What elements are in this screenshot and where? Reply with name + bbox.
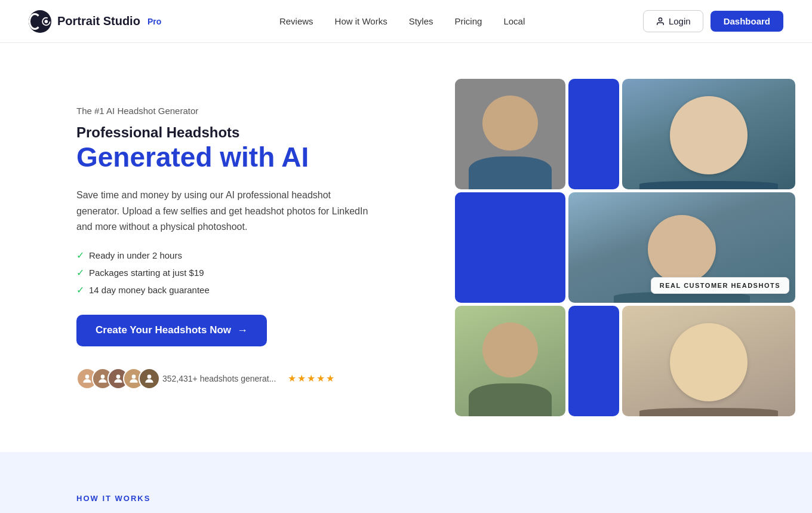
how-it-works-section: HOW IT WORKS Fastest, easiest profession… [0, 452, 812, 513]
hero-checklist: ✓ Ready in under 2 hours ✓ Packages star… [76, 250, 375, 296]
logo-icon [41, 14, 51, 29]
real-customer-badge: REAL CUSTOMER HEADSHOTS [651, 277, 789, 294]
avatar-5 [139, 368, 160, 389]
nav-link-reviews[interactable]: Reviews [279, 16, 313, 26]
svg-point-3 [85, 374, 90, 379]
user-icon [656, 17, 665, 26]
login-button[interactable]: Login [643, 10, 703, 32]
navbar: Portrait Studio Pro Reviews How it Works… [0, 0, 812, 43]
svg-point-7 [147, 374, 152, 379]
hero-section: The #1 AI Headshot Generator Professiona… [0, 43, 812, 452]
blue-block-3 [568, 306, 619, 416]
check-icon-1: ✓ [76, 250, 84, 261]
check-item-3: ✓ 14 day money back guarantee [76, 284, 375, 296]
star-rating: ★★★★★ [288, 373, 336, 384]
headshot-photo-2 [622, 79, 795, 189]
brand-link[interactable]: Portrait Studio Pro [29, 10, 161, 33]
svg-point-5 [116, 374, 121, 379]
nav-link-how-it-works[interactable]: How it Works [335, 16, 387, 26]
blue-block-1 [568, 79, 619, 189]
headshot-photo-1 [455, 79, 565, 189]
svg-point-6 [132, 374, 136, 379]
avatar-stack [76, 368, 154, 389]
blue-block-2 [455, 192, 565, 303]
hero-title-blue: Generated with AI [76, 141, 375, 173]
check-item-2: ✓ Packages starting at just $19 [76, 267, 375, 278]
svg-point-2 [659, 18, 662, 21]
hero-description: Save time and money by using our AI prof… [76, 188, 375, 235]
hero-title: Professional Headshots Generated with AI [76, 124, 375, 173]
svg-point-4 [101, 374, 105, 379]
check-icon-2: ✓ [76, 267, 84, 278]
brand-name: Portrait Studio [57, 14, 140, 28]
nav-link-styles[interactable]: Styles [409, 16, 433, 26]
check-item-1: ✓ Ready in under 2 hours [76, 250, 375, 261]
svg-point-1 [45, 20, 48, 23]
brand-pro-badge: Pro [147, 17, 161, 26]
brand-logo [29, 10, 51, 33]
social-proof: 352,431+ headshots generat... ★★★★★ [76, 368, 375, 389]
check-icon-3: ✓ [76, 284, 84, 296]
nav-links: Reviews How it Works Styles Pricing Loca… [279, 16, 525, 26]
headshot-photo-5 [622, 306, 795, 416]
dashboard-button[interactable]: Dashboard [710, 11, 783, 32]
social-proof-text: 352,431+ headshots generat... [162, 374, 276, 383]
nav-actions: Login Dashboard [643, 10, 783, 32]
section-tag: HOW IT WORKS [76, 494, 736, 503]
cta-button[interactable]: Create Your Headshots Now → [76, 315, 267, 346]
hero-image-grid: REAL CUSTOMER HEADSHOTS [449, 79, 783, 416]
arrow-icon: → [237, 324, 248, 337]
hero-subtitle: The #1 AI Headshot Generator [76, 106, 375, 116]
headshot-photo-4 [455, 306, 565, 416]
nav-link-local[interactable]: Local [503, 16, 525, 26]
hero-content: The #1 AI Headshot Generator Professiona… [76, 106, 375, 389]
nav-link-pricing[interactable]: Pricing [455, 16, 482, 26]
